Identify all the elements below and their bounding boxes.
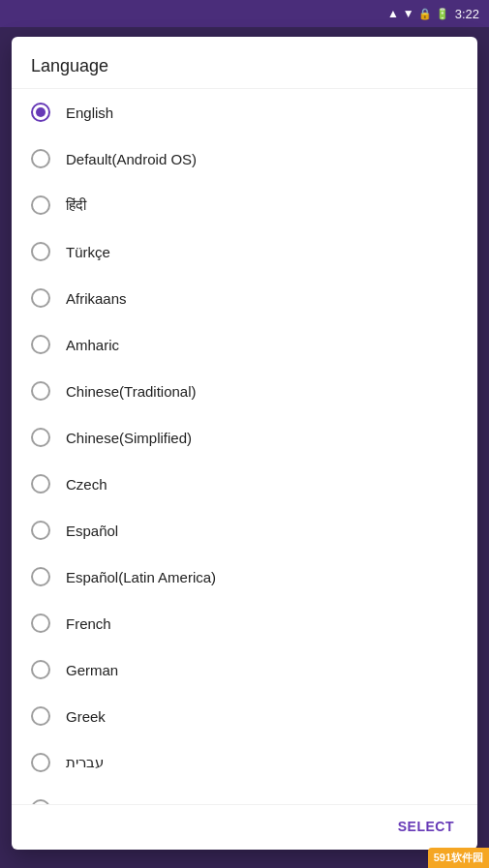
radio-chinese-traditional	[31, 381, 50, 401]
radio-hindi	[31, 195, 50, 215]
language-item-espanol[interactable]: Español	[12, 507, 477, 554]
radio-amharic	[31, 335, 50, 354]
language-label-french: French	[66, 615, 111, 632]
language-label-hebrew: עברית	[66, 754, 104, 771]
language-item-german[interactable]: German	[12, 646, 477, 693]
radio-german	[31, 660, 50, 679]
radio-afrikaans	[31, 288, 50, 308]
radio-default-android	[31, 149, 50, 168]
dialog-overlay: Language EnglishDefault(Android OS)हिंदी…	[0, 27, 489, 868]
language-label-greek: Greek	[66, 708, 106, 725]
lock-icon: 🔒	[418, 8, 432, 20]
language-item-afrikaans[interactable]: Afrikaans	[12, 275, 477, 321]
status-bar: ▲ ▼ 🔒 🔋 3:22	[0, 0, 489, 27]
radio-turkce	[31, 242, 50, 261]
language-item-hindi[interactable]: हिंदी	[12, 182, 477, 228]
dialog-title: Language	[12, 37, 477, 89]
signal-icon: ▼	[403, 7, 414, 20]
radio-espanol	[31, 521, 50, 540]
language-label-czech: Czech	[66, 476, 107, 493]
language-item-turkce[interactable]: Türkçe	[12, 228, 477, 275]
language-item-chinese-traditional[interactable]: Chinese(Traditional)	[12, 368, 477, 414]
language-label-hindi: हिंदी	[66, 196, 86, 214]
language-label-default-android: Default(Android OS)	[66, 151, 197, 167]
radio-chinese-simplified	[31, 428, 50, 447]
language-item-french[interactable]: French	[12, 600, 477, 646]
language-item-espanol-latin[interactable]: Español(Latin America)	[12, 554, 477, 600]
select-button[interactable]: SELECT	[390, 813, 462, 840]
radio-english	[31, 103, 50, 122]
status-icons: ▲ ▼ 🔒 🔋	[387, 7, 449, 20]
language-label-turkce: Türkçe	[66, 244, 110, 260]
battery-icon: 🔋	[436, 8, 449, 20]
language-label-chinese-simplified: Chinese(Simplified)	[66, 430, 192, 446]
language-list[interactable]: EnglishDefault(Android OS)हिंदीTürkçeAfr…	[12, 89, 477, 804]
status-time: 3:22	[455, 7, 479, 21]
wifi-icon: ▲	[387, 7, 399, 20]
language-item-amharic[interactable]: Amharic	[12, 321, 477, 368]
radio-greek	[31, 706, 50, 726]
language-dialog: Language EnglishDefault(Android OS)हिंदी…	[12, 37, 477, 850]
language-item-greek[interactable]: Greek	[12, 693, 477, 739]
dialog-footer: SELECT	[12, 804, 477, 850]
language-label-english: English	[66, 105, 113, 121]
watermark-label: 591软件园	[428, 848, 489, 868]
language-item-english[interactable]: English	[12, 89, 477, 135]
radio-french	[31, 614, 50, 633]
radio-hebrew	[31, 753, 50, 772]
language-item-hebrew[interactable]: עברית	[12, 739, 477, 786]
language-label-amharic: Amharic	[66, 337, 119, 353]
radio-czech	[31, 474, 50, 494]
language-item-default-android[interactable]: Default(Android OS)	[12, 135, 477, 182]
language-label-espanol: Español	[66, 523, 118, 539]
language-label-afrikaans: Afrikaans	[66, 290, 127, 307]
language-item-italiano[interactable]: Italiano	[12, 786, 477, 804]
language-label-german: German	[66, 662, 118, 678]
language-item-czech[interactable]: Czech	[12, 461, 477, 507]
language-item-chinese-simplified[interactable]: Chinese(Simplified)	[12, 414, 477, 461]
language-label-espanol-latin: Español(Latin America)	[66, 569, 216, 585]
language-label-chinese-traditional: Chinese(Traditional)	[66, 383, 197, 400]
radio-espanol-latin	[31, 567, 50, 586]
